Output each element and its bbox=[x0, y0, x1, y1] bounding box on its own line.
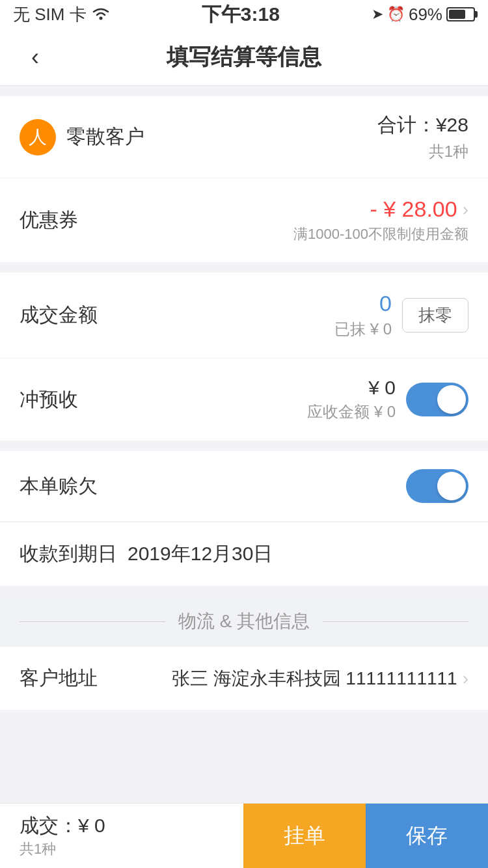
status-right: ➤ ⏰ 69% bbox=[372, 5, 475, 25]
debt-label: 本单赊欠 bbox=[20, 473, 98, 500]
svg-point-0 bbox=[99, 16, 102, 20]
address-row[interactable]: 客户地址 张三 海淀永丰科技园 11111111111 › bbox=[0, 647, 488, 710]
logistics-divider: 物流 & 其他信息 bbox=[0, 596, 488, 647]
transaction-section: 成交金额 0 已抹 ¥ 0 抹零 冲预收 ¥ 0 应收金额 ¥ 0 bbox=[0, 273, 488, 441]
prepayment-label: 冲预收 bbox=[20, 387, 78, 413]
prepayment-toggle[interactable] bbox=[406, 383, 468, 416]
status-left: 无 SIM 卡 bbox=[13, 3, 110, 26]
transaction-amount-label: 成交金额 bbox=[20, 302, 98, 329]
prepayment-right: ¥ 0 应收金额 ¥ 0 bbox=[307, 377, 468, 422]
due-date-row: 收款到期日 2019年12月30日 bbox=[0, 522, 488, 586]
debt-section: 本单赊欠 收款到期日 2019年12月30日 bbox=[0, 451, 488, 586]
logistics-label: 物流 & 其他信息 bbox=[178, 609, 310, 634]
bottom-transaction-amount: ¥ 0 bbox=[78, 815, 105, 836]
nav-bar: ‹ 填写结算等信息 bbox=[0, 29, 488, 86]
save-button[interactable]: 保存 bbox=[366, 804, 488, 868]
transaction-amount-right: 0 已抹 ¥ 0 抹零 bbox=[334, 291, 468, 340]
customer-row: 人 零散客户 合计：¥28 共1种 bbox=[0, 96, 488, 178]
rounding-button[interactable]: 抹零 bbox=[402, 298, 468, 332]
debt-toggle-knob bbox=[437, 472, 466, 500]
due-date-label: 收款到期日 bbox=[20, 541, 117, 567]
debt-row: 本单赊欠 bbox=[0, 451, 488, 522]
bottom-transaction: 成交：¥ 0 bbox=[20, 813, 224, 839]
customer-section: 人 零散客户 合计：¥28 共1种 优惠券 - ¥ 28.00 › 满1000-… bbox=[0, 96, 488, 262]
status-bar: 无 SIM 卡 下午3:18 ➤ ⏰ 69% bbox=[0, 0, 488, 29]
coupon-row[interactable]: 优惠券 - ¥ 28.00 › 满1000-100不限制使用金额 bbox=[0, 178, 488, 262]
coupon-amount: - ¥ 28.00 bbox=[370, 197, 457, 222]
alarm-icon: ⏰ bbox=[387, 6, 405, 23]
customer-name: 零散客户 bbox=[66, 124, 144, 150]
divider-line-left bbox=[20, 621, 165, 622]
debt-right bbox=[406, 469, 468, 503]
carrier-text: 无 SIM 卡 bbox=[13, 3, 87, 26]
avatar-icon: 人 bbox=[29, 125, 47, 150]
total-count: 共1种 bbox=[377, 141, 468, 162]
bottom-bar: 成交：¥ 0 共1种 挂单 保存 bbox=[0, 803, 488, 868]
customer-right: 合计：¥28 共1种 bbox=[377, 112, 468, 162]
address-right: 张三 海淀永丰科技园 11111111111 › bbox=[98, 666, 468, 691]
transaction-amount-row: 成交金额 0 已抹 ¥ 0 抹零 bbox=[0, 273, 488, 359]
back-button[interactable]: ‹ bbox=[16, 38, 55, 77]
toggle-knob bbox=[437, 385, 466, 414]
battery-icon bbox=[446, 7, 475, 21]
debt-toggle[interactable] bbox=[406, 469, 468, 503]
bottom-count: 共1种 bbox=[20, 839, 224, 859]
wifi-icon bbox=[92, 5, 110, 25]
prepayment-row: 冲预收 ¥ 0 应收金额 ¥ 0 bbox=[0, 359, 488, 441]
transaction-sub-text: 已抹 ¥ 0 bbox=[334, 319, 392, 340]
customer-left: 人 零散客户 bbox=[20, 119, 144, 156]
bottom-transaction-label: 成交： bbox=[20, 815, 78, 836]
total-amount: 合计：¥28 bbox=[377, 112, 468, 139]
pending-button[interactable]: 挂单 bbox=[243, 804, 366, 868]
address-label: 客户地址 bbox=[20, 665, 98, 692]
address-chevron-icon: › bbox=[463, 668, 468, 689]
battery-percent: 69% bbox=[409, 5, 442, 25]
location-icon: ➤ bbox=[372, 6, 383, 23]
prepayment-amount: ¥ 0 bbox=[307, 377, 396, 399]
bottom-info: 成交：¥ 0 共1种 bbox=[0, 804, 243, 868]
address-section: 客户地址 张三 海淀永丰科技园 11111111111 › bbox=[0, 647, 488, 710]
address-value: 张三 海淀永丰科技园 11111111111 bbox=[172, 666, 457, 691]
divider-line-right bbox=[323, 621, 468, 622]
page-title: 填写结算等信息 bbox=[167, 42, 321, 72]
avatar: 人 bbox=[20, 119, 56, 156]
coupon-description: 满1000-100不限制使用金额 bbox=[293, 224, 468, 244]
coupon-label: 优惠券 bbox=[20, 207, 78, 234]
chevron-right-icon: › bbox=[463, 199, 468, 220]
due-date-value: 2019年12月30日 bbox=[128, 541, 273, 567]
prepayment-sub-text: 应收金额 ¥ 0 bbox=[307, 401, 396, 422]
status-time: 下午3:18 bbox=[202, 1, 280, 28]
transaction-amount-value[interactable]: 0 bbox=[334, 291, 392, 316]
